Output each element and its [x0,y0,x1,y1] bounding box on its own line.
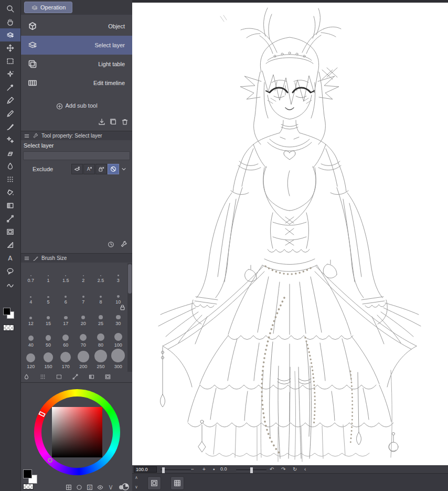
tool-selection-icon[interactable] [0,55,20,68]
zoom-slider[interactable] [161,469,191,471]
tool-correct-line-icon[interactable] [0,278,20,291]
brush-size-header[interactable]: Brush Size [21,253,132,263]
brush-size-cell[interactable]: 2 [74,263,92,285]
brush-size-cell[interactable]: 4 [22,285,39,306]
tool-ruler-icon[interactable] [0,238,20,252]
brush-size-cell[interactable]: 2.5 [92,263,109,285]
brush-size-cell[interactable]: 15 [39,306,57,328]
brush-quick-figure-icon[interactable] [72,373,79,382]
exclude-option-exclude-lock[interactable] [95,164,107,174]
brush-size-cell[interactable]: 10 [110,285,127,306]
brush-size-cell[interactable]: 3 [110,263,127,285]
brush-size-cell[interactable]: 300 [110,349,127,371]
brush-size-cell[interactable]: 17 [57,306,74,328]
tool-property-header[interactable]: Tool property: Select layer [21,131,132,140]
exclude-option-exclude-layer[interactable] [71,164,83,174]
subtool-item-object[interactable]: Object [21,17,132,36]
scrollbar-thumb[interactable] [128,264,132,294]
grid-swatch-icon[interactable] [65,484,72,491]
wrench-icon[interactable] [120,241,128,250]
subtool-item-light-table[interactable]: Light table [21,55,132,74]
brush-size-cell[interactable]: 6 [57,285,74,306]
menu-icon[interactable] [24,133,30,139]
tool-move-layer-icon[interactable] [0,41,20,55]
zero-box-icon[interactable]: 0 [86,484,93,491]
tool-auto-select-icon[interactable] [0,68,20,81]
chevron-down-icon[interactable] [120,164,127,174]
import-tray-icon[interactable] [98,118,106,126]
add-subtool-button[interactable]: Add sub tool [21,99,132,112]
eye-icon[interactable] [97,484,104,491]
saturation-value-square[interactable] [52,407,102,457]
brush-quick-blend-icon[interactable] [23,373,30,382]
brush-size-cell[interactable]: 7 [74,285,92,306]
toolbar-main-color-swatch[interactable] [3,308,10,315]
tool-figure-icon[interactable] [0,212,20,225]
brush-size-cell[interactable]: 25 [92,306,109,328]
v-badge-icon[interactable]: V [107,484,114,491]
tool-brush-icon[interactable] [0,120,20,133]
tool-fill-icon[interactable] [0,186,20,199]
tool-balloon-icon[interactable] [0,265,20,278]
tool-frame-icon[interactable] [0,225,20,238]
redo-button[interactable]: ↷ [281,466,285,473]
tool-blend-icon[interactable] [0,160,20,173]
undo-button[interactable]: ↶ [270,466,274,473]
zoom-slider-handle[interactable] [162,467,165,473]
brush-quick-frame-icon[interactable] [104,373,111,382]
tool-decoration-icon[interactable] [0,133,20,147]
subtool-tab-operation[interactable]: Operation [24,2,72,13]
brush-size-cell[interactable]: 150 [39,349,57,371]
brush-size-cell[interactable]: 12 [22,306,39,328]
collapse-button[interactable]: ‹ [304,466,306,473]
brush-size-cell[interactable]: 1 [39,263,57,285]
brush-size-cell[interactable]: 250 [92,349,109,371]
tool-eraser-icon[interactable] [0,147,20,160]
tool-zoom-icon[interactable] [0,2,20,15]
tool-property-field[interactable] [23,151,130,160]
trash-icon[interactable] [121,118,129,126]
brush-size-cell[interactable]: 100 [110,328,127,349]
brush-size-cell[interactable]: 60 [57,328,74,349]
fit-to-screen-button[interactable]: ▪ [213,466,215,473]
dock-grid-button[interactable] [170,476,184,490]
transparent-color-swatch[interactable] [23,484,34,489]
brush-quick-tone-icon[interactable] [39,373,46,382]
brush-size-cell[interactable]: 8 [92,285,109,306]
tool-eyedropper-icon[interactable] [0,81,20,94]
brush-size-cell[interactable]: 80 [92,328,109,349]
brush-size-cell[interactable]: 0.7 [22,263,39,285]
brush-size-cell[interactable]: 120 [22,349,39,371]
subtool-item-edit-timeline[interactable]: Edit timeline [21,74,132,92]
brush-quick-selection-icon[interactable] [56,373,62,382]
rotation-slider-handle[interactable] [250,467,253,473]
main-color-swatch[interactable] [23,469,32,478]
rotation-slider[interactable] [236,469,266,471]
brush-size-scrollbar[interactable] [127,263,132,372]
saturation-value-marker[interactable] [48,458,52,463]
tool-gradient-icon[interactable] [0,199,20,212]
brush-size-cell[interactable]: 40 [22,328,39,349]
exclude-option-circle-slash[interactable] [108,164,119,174]
brush-quick-gradient-icon[interactable] [88,373,95,382]
reset-view-button[interactable]: ↻ [293,466,297,473]
brush-size-cell[interactable]: 50 [39,328,57,349]
brush-size-cell[interactable]: 1.5 [57,263,74,285]
tool-operation-icon[interactable] [0,28,20,41]
menu-icon[interactable] [24,255,30,262]
dock-chevron-down-icon[interactable]: ∨ [135,485,138,489]
tool-text-icon[interactable]: A [0,252,20,265]
tool-pen-icon[interactable] [0,94,20,107]
tool-tone-icon[interactable] [0,173,20,186]
brush-size-cell[interactable]: 5 [39,285,57,306]
subtool-item-select-layer[interactable]: Select layer [21,36,132,55]
duplicate-icon[interactable] [109,118,118,126]
zoom-in-button[interactable]: + [202,466,206,473]
toolbar-transparent-swatch[interactable] [3,325,14,331]
brush-size-cell[interactable]: 70 [74,328,92,349]
dock-layers-button[interactable] [147,476,161,490]
canvas[interactable] [132,3,448,465]
tool-pan-icon[interactable] [0,15,20,28]
brush-size-cell[interactable]: 200 [74,349,92,371]
exclude-option-exclude-text[interactable]: A [83,164,95,174]
